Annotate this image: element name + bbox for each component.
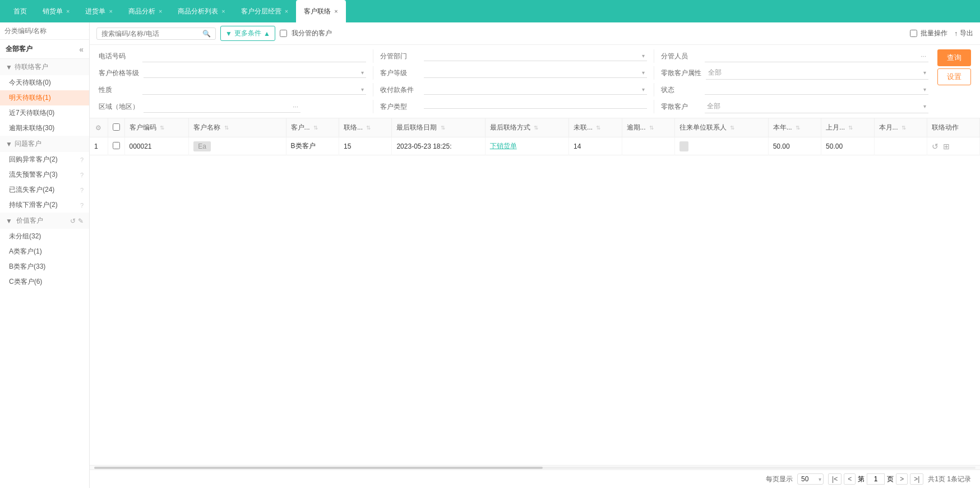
sidebar-item-today[interactable]: 今天待联络(0)	[0, 75, 89, 90]
filter-cell-region: 区域（地区） ···	[99, 101, 366, 113]
set-button[interactable]: 设置	[937, 68, 971, 85]
col-last-date: 最后联络日期 ⇅	[392, 118, 485, 137]
filter-cell-status: 状态 ▾	[661, 85, 928, 95]
sidebar-all-customers[interactable]: 全部客户 «	[0, 40, 89, 59]
page-label: 第	[858, 475, 865, 484]
filter-label-customer-type: 客户类型	[380, 102, 419, 112]
first-page-button[interactable]: |<	[828, 473, 842, 485]
nav-sales-order[interactable]: 销货单 ×	[35, 0, 77, 22]
sort-date-icon: ⇅	[441, 125, 445, 131]
cell-year-amount: 50.00	[768, 137, 821, 155]
action-icon-1[interactable]: ↺	[932, 142, 939, 151]
filter-select-dept[interactable]: ▾	[424, 51, 648, 61]
toolbar-search: 🔍	[96, 27, 216, 40]
sidebar-item-class-a[interactable]: A类客户(1)	[0, 244, 89, 259]
prev-page-button[interactable]: <	[844, 473, 856, 485]
close-product-analysis[interactable]: ×	[159, 8, 162, 15]
my-customers-check[interactable]	[280, 30, 287, 37]
last-page-button[interactable]: >|	[910, 473, 923, 485]
close-purchase-order[interactable]: ×	[109, 8, 112, 15]
col-name: 客户名称 ⇅	[189, 118, 286, 137]
filter-icon: ▼	[225, 30, 232, 38]
sidebar-search-input[interactable]	[4, 27, 89, 35]
sidebar-item-overdue[interactable]: 逾期未联络(30)	[0, 121, 89, 136]
filter-cell-dept: 分管部门 ▾	[380, 51, 648, 61]
filter-dots-region[interactable]: ···	[293, 103, 298, 111]
sort-person-icon: ⇅	[730, 125, 734, 131]
sidebar-item-warning[interactable]: 流失预警客户(3) ?	[0, 167, 89, 182]
help-icon-4: ?	[80, 202, 84, 209]
sidebar-item-lost[interactable]: 已流失客户(24) ?	[0, 182, 89, 197]
filter-select-retail-attr[interactable]: 全部 ▾	[706, 66, 928, 80]
col-contact-person: 往来单位联系人 ⇅	[674, 118, 768, 137]
query-button[interactable]: 查询	[937, 49, 971, 66]
batch-operation-button[interactable]: 批量操作	[910, 29, 947, 38]
action-icons: ↺ ⊞	[932, 142, 975, 151]
nav-product-analysis[interactable]: 商品分析 ×	[121, 0, 170, 22]
last-method-link[interactable]: 下销货单	[490, 142, 517, 150]
close-customer-contact[interactable]: ×	[334, 8, 338, 15]
page-size-select[interactable]: 50 100 200	[797, 473, 824, 485]
sidebar-item-tomorrow[interactable]: 明天待联络(1)	[0, 90, 89, 105]
close-sales-order[interactable]: ×	[66, 8, 70, 15]
sidebar-item-7days[interactable]: 近7天待联络(0)	[0, 105, 89, 121]
filter-dots-person[interactable]: ···	[921, 52, 926, 60]
more-conditions-button[interactable]: ▼ 更多条件 ▲	[220, 26, 275, 41]
table-container: ⚙ 客户编码 ⇅ 客户名称 ⇅	[90, 118, 980, 465]
filter-select-status[interactable]: ▾	[705, 85, 928, 95]
row-checkbox[interactable]	[113, 142, 120, 149]
page-number-input[interactable]	[867, 473, 885, 485]
edit-icon[interactable]: ✎	[78, 217, 84, 225]
filter-select-retail-customer[interactable]: 全部 ▾	[705, 100, 928, 113]
filter-label-region: 区域（地区）	[99, 102, 139, 112]
chevron-level: ▾	[642, 70, 645, 76]
next-page-button[interactable]: >	[896, 473, 908, 485]
top-nav: 首页 销货单 × 进货单 × 商品分析 × 商品分析列表 × 客户分层经营 × …	[0, 0, 980, 22]
toolbar-search-button[interactable]: 🔍	[202, 30, 211, 38]
sort-contacts-icon: ⇅	[366, 125, 371, 131]
nav-customer-tier[interactable]: 客户分层经营 ×	[233, 0, 296, 22]
scroll-track	[94, 467, 976, 469]
col-overdue: 逾期... ⇅	[622, 118, 674, 137]
nav-purchase-order[interactable]: 进货单 ×	[77, 0, 120, 22]
refresh-icon[interactable]: ↺	[70, 217, 76, 225]
cell-contacts: 15	[339, 137, 392, 155]
cell-action: ↺ ⊞	[927, 137, 979, 155]
close-product-analysis-list[interactable]: ×	[221, 8, 225, 15]
filter-select-payment[interactable]: ▾	[424, 85, 648, 95]
batch-op-check[interactable]	[910, 30, 917, 37]
filter-select-nature[interactable]: ▾	[142, 85, 366, 95]
sidebar-item-class-c[interactable]: C类客户(6)	[0, 274, 89, 289]
nav-customer-contact[interactable]: 客户联络 ×	[296, 0, 345, 22]
chevron-payment: ▾	[642, 86, 645, 93]
sidebar-item-abnormal[interactable]: 回购异常客户(2) ?	[0, 152, 89, 167]
toolbar-search-input[interactable]	[101, 30, 202, 38]
export-button[interactable]: ↑ 导出	[954, 29, 973, 38]
sort-name-icon: ⇅	[224, 125, 229, 131]
filter-select-price-level[interactable]: ▾	[144, 68, 366, 78]
filter-cell-phone: 电话号码	[99, 50, 366, 62]
my-customers-checkbox[interactable]: 我分管的客户	[280, 29, 332, 38]
sidebar-item-declining[interactable]: 持续下滑客户(2) ?	[0, 197, 89, 213]
sidebar-item-ungrouped[interactable]: 未分组(32)	[0, 229, 89, 244]
close-customer-tier[interactable]: ×	[285, 8, 288, 15]
filter-cell-person: 分管人员 ···	[661, 50, 928, 62]
action-icon-2[interactable]: ⊞	[943, 142, 950, 151]
cell-contact-person	[674, 137, 768, 155]
scroll-thumb[interactable]	[94, 467, 543, 469]
gear-icon[interactable]: ⚙	[95, 124, 101, 132]
filter-select-customer-level[interactable]: ▾	[424, 68, 648, 78]
cell-code: 000021	[124, 137, 189, 155]
content-area: 🔍 ▼ 更多条件 ▲ 我分管的客户 批量操作 ↑ 导出	[90, 22, 980, 488]
sort-lastmonth-icon: ⇅	[848, 125, 853, 131]
col-this-month: 本月... ⇅	[874, 118, 927, 137]
horizontal-scrollbar[interactable]	[90, 465, 980, 469]
sidebar-item-class-b[interactable]: B类客户(33)	[0, 259, 89, 274]
sidebar: 🔍 全部客户 « ▼ 待联络客户 今天待联络(0) 明天待联络(1) 近7天待联…	[0, 22, 90, 488]
nav-product-analysis-list[interactable]: 商品分析列表 ×	[170, 0, 233, 22]
select-all-checkbox[interactable]	[113, 123, 120, 131]
chevron-dept: ▾	[642, 53, 645, 59]
filter-input-phone[interactable]	[142, 50, 366, 62]
nav-home[interactable]: 首页	[6, 0, 35, 22]
filter-label-dept: 分管部门	[380, 52, 419, 61]
